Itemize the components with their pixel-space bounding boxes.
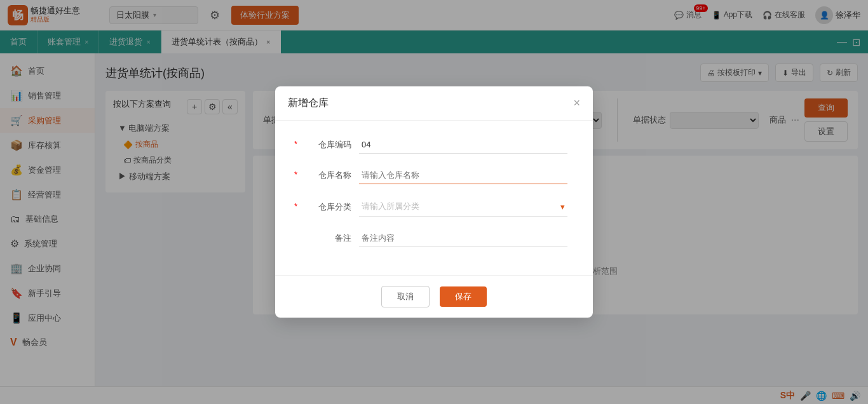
warehouse-remark-label: 备注 [301, 232, 351, 244]
add-warehouse-modal: 新增仓库 × 仓库编码 仓库名称 仓库分类 请输入所属分类 ▾ [275, 86, 593, 318]
warehouse-category-chevron-icon: ▾ [560, 202, 565, 212]
warehouse-name-row: 仓库名称 [301, 166, 567, 184]
warehouse-code-row: 仓库编码 [301, 136, 567, 154]
warehouse-remark-input[interactable] [359, 229, 567, 247]
modal-header: 新增仓库 × [275, 86, 593, 121]
warehouse-category-label: 仓库分类 [301, 201, 351, 213]
warehouse-category-row: 仓库分类 请输入所属分类 ▾ [301, 197, 567, 217]
warehouse-name-input[interactable] [359, 166, 567, 184]
modal-footer: 取消 保存 [275, 275, 593, 318]
cancel-button[interactable]: 取消 [381, 286, 430, 307]
modal-title: 新增仓库 [288, 97, 329, 110]
modal-close-button[interactable]: × [573, 97, 580, 110]
modal-body: 仓库编码 仓库名称 仓库分类 请输入所属分类 ▾ 备注 [275, 121, 593, 275]
modal-overlay: 新增仓库 × 仓库编码 仓库名称 仓库分类 请输入所属分类 ▾ [0, 0, 868, 404]
warehouse-code-label: 仓库编码 [301, 139, 351, 151]
warehouse-code-input[interactable] [359, 136, 567, 154]
save-button[interactable]: 保存 [440, 286, 487, 307]
warehouse-remark-row: 备注 [301, 229, 567, 247]
warehouse-name-label: 仓库名称 [301, 170, 351, 181]
warehouse-category-placeholder: 请输入所属分类 [362, 201, 419, 212]
warehouse-category-select[interactable]: 请输入所属分类 ▾ [359, 197, 567, 217]
